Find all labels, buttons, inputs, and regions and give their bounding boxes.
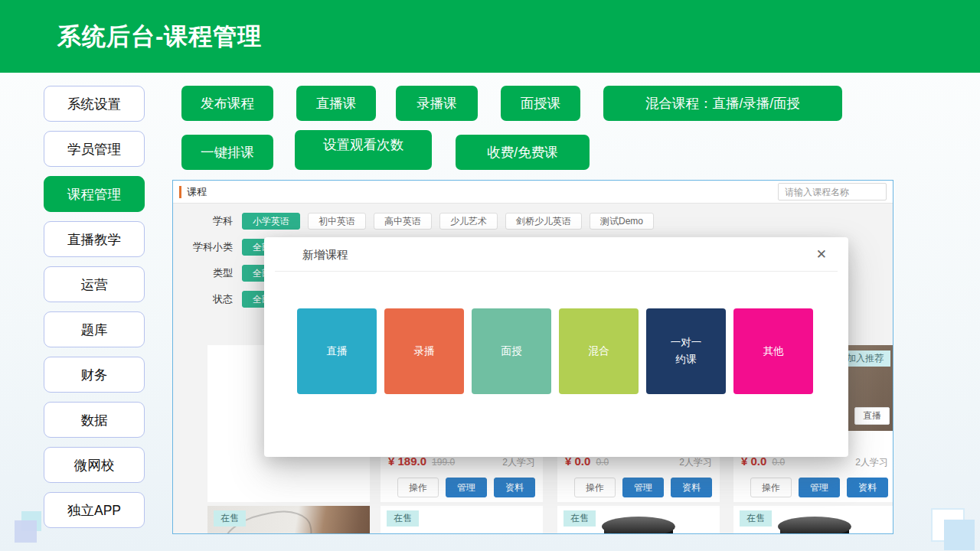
decoration-square (944, 520, 975, 550)
feature-button-recorded-course[interactable]: 录播课 (396, 86, 478, 121)
accent-bar (179, 186, 181, 198)
product-image (602, 517, 675, 534)
page-title: 系统后台-课程管理 (57, 21, 262, 53)
manage-button[interactable]: 管理 (799, 478, 840, 497)
operate-button[interactable]: 操作 (574, 478, 616, 497)
on-sale-badge: 在售 (387, 510, 419, 527)
manage-button[interactable]: 管理 (622, 478, 664, 497)
sidebar-item-course-management[interactable]: 课程管理 (44, 176, 145, 212)
decoration-square (15, 520, 37, 543)
feature-button-offline-course[interactable]: 面授课 (501, 86, 580, 121)
sidebar-item-operations[interactable]: 运营 (44, 266, 145, 302)
operate-button[interactable]: 操作 (750, 478, 792, 497)
course-old-price: 199.0 (432, 457, 455, 468)
student-count: 2人学习 (502, 456, 535, 469)
sidebar: 系统设置 学员管理 课程管理 直播教学 运营 题库 财务 数据 微网校 独立AP… (44, 86, 145, 528)
course-type-card-offline[interactable]: 面授 (472, 308, 551, 394)
feature-button-publish-course[interactable]: 发布课程 (181, 86, 273, 121)
filter-option-cambridge-kids-english[interactable]: 剑桥少儿英语 (505, 213, 582, 230)
on-sale-badge: 在售 (564, 510, 596, 527)
course-type-list: 直播 录播 面授 混合 一对一 约课 其他 (297, 308, 813, 394)
filter-label: 状态 (173, 292, 233, 306)
panel-header: 课程 (173, 181, 893, 204)
sidebar-item-live-teaching[interactable]: 直播教学 (44, 221, 145, 257)
course-card: 在售 (557, 506, 720, 534)
filter-label: 学科 (173, 214, 233, 228)
feature-button-mixed-course[interactable]: 混合课程：直播/录播/面授 (603, 86, 842, 121)
material-button[interactable]: 资料 (847, 478, 888, 497)
material-button[interactable]: 资料 (671, 478, 712, 497)
student-count: 2人学习 (855, 456, 888, 469)
modal-title: 新增课程 (302, 248, 348, 262)
course-type-card-one-on-one[interactable]: 一对一 约课 (646, 308, 726, 394)
close-icon[interactable]: ✕ (816, 246, 827, 262)
filter-option-primary-english[interactable]: 小学英语 (242, 213, 300, 230)
feature-button-one-click-scheduling[interactable]: 一键排课 (181, 135, 273, 170)
filter-option-junior-english[interactable]: 初中英语 (308, 213, 366, 230)
sidebar-item-micro-school[interactable]: 微网校 (44, 447, 145, 483)
page: 系统后台-课程管理 系统设置 学员管理 课程管理 直播教学 运营 题库 财务 数… (0, 0, 980, 551)
feature-button-view-count-setting[interactable]: 设置观看次数 (295, 130, 432, 170)
filter-row-subject: 学科 小学英语 初中英语 高中英语 少儿艺术 剑桥少儿英语 测试Demo (173, 213, 893, 230)
sidebar-item-student-management[interactable]: 学员管理 (44, 131, 145, 167)
sidebar-item-question-bank[interactable]: 题库 (44, 311, 145, 347)
sidebar-item-standalone-app[interactable]: 独立APP (44, 492, 145, 528)
course-old-price: 0.0 (772, 457, 785, 468)
course-type-card-other[interactable]: 其他 (733, 308, 813, 394)
filter-option-kids-art[interactable]: 少儿艺术 (439, 213, 498, 230)
course-old-price: 0.0 (596, 457, 609, 468)
sidebar-item-system-settings[interactable]: 系统设置 (44, 86, 145, 122)
feature-button-live-course[interactable]: 直播课 (296, 86, 376, 121)
course-card: 在售 (733, 506, 893, 534)
filter-option-test-demo[interactable]: 测试Demo (590, 213, 654, 230)
course-type-badge: 直播 (854, 407, 890, 425)
course-card: 在售 (207, 506, 370, 534)
manage-button[interactable]: 管理 (446, 478, 487, 497)
on-sale-badge: 在售 (214, 510, 246, 527)
course-type-card-recorded[interactable]: 录播 (384, 308, 464, 394)
filter-label: 类型 (173, 266, 233, 280)
page-header: 系统后台-课程管理 (0, 0, 980, 73)
cambridge-text: English Qualifications (470, 533, 543, 534)
course-type-card-live[interactable]: 直播 (297, 308, 377, 394)
feature-button-paid-free-course[interactable]: 收费/免费课 (456, 135, 590, 170)
new-course-modal: 新增课程 ✕ 直播 录播 面授 混合 一对一 约课 其他 (264, 237, 848, 457)
panel-title: 课程 (187, 181, 207, 204)
sidebar-item-finance[interactable]: 财务 (44, 357, 145, 393)
course-card: 在售 bridge English Qualifications (381, 506, 543, 534)
modal-divider (275, 271, 838, 272)
filter-label: 学科小类 (173, 240, 233, 254)
student-count: 2人学习 (679, 456, 712, 469)
material-button[interactable]: 资料 (494, 478, 535, 497)
course-search-input[interactable] (778, 183, 887, 201)
filter-option-senior-english[interactable]: 高中英语 (374, 213, 432, 230)
sidebar-item-data[interactable]: 数据 (44, 402, 145, 438)
on-sale-badge: 在售 (740, 510, 772, 527)
course-type-card-mixed[interactable]: 混合 (559, 308, 639, 394)
product-image (778, 517, 851, 534)
operate-button[interactable]: 操作 (397, 478, 439, 497)
